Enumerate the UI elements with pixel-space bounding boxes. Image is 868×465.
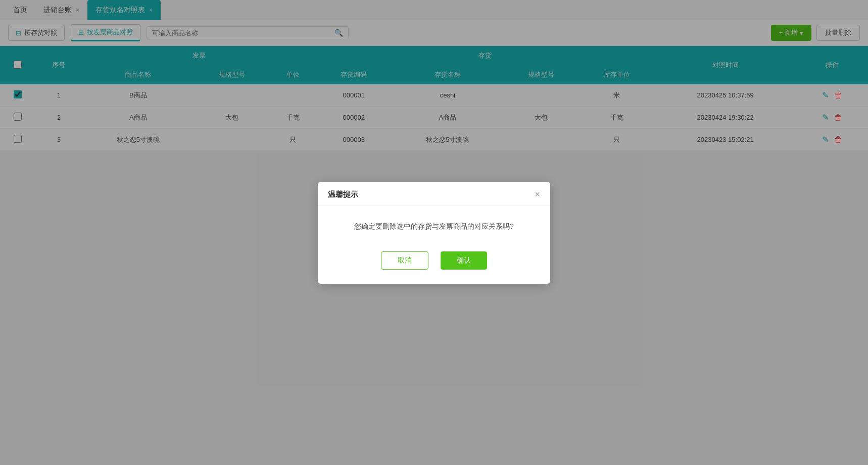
dialog-overlay: 温馨提示 × 您确定要删除选中的存货与发票商品的对应关系吗? 取消 确认: [0, 0, 868, 151]
